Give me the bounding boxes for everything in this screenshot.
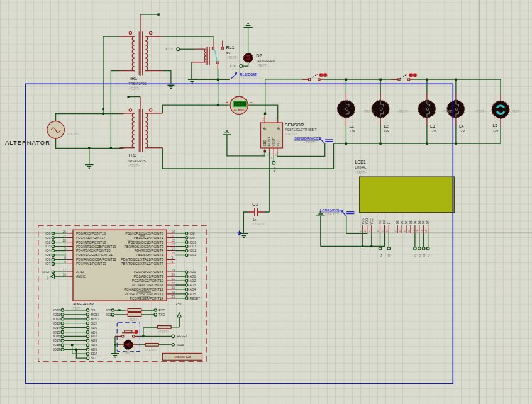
svg-text:C1: C1 xyxy=(252,201,258,207)
svg-text:IO17: IO17 xyxy=(53,339,60,342)
svg-text:IO7: IO7 xyxy=(45,262,50,266)
svg-text:D4: D4 xyxy=(414,220,417,224)
svg-text:<TEXT>: <TEXT> xyxy=(475,109,487,113)
svg-text:2: 2 xyxy=(64,247,66,250)
svg-text:RL1: RL1 xyxy=(226,45,234,50)
svg-text:D0: D0 xyxy=(396,220,399,224)
svg-text:7: 7 xyxy=(64,252,66,255)
svg-text:<TEXT>: <TEXT> xyxy=(285,132,297,136)
svg-text:10: 10 xyxy=(407,230,411,233)
svg-text:PC0/ADC0/PCINT8: PC0/ADC0/PCINT8 xyxy=(134,270,163,274)
svg-text:IO1: IO1 xyxy=(106,313,111,317)
svg-text:SS: SS xyxy=(91,308,96,312)
svg-text:20: 20 xyxy=(172,273,175,276)
svg-text:LM044L: LM044L xyxy=(355,166,367,169)
svg-text:IP-: IP- xyxy=(263,126,267,130)
svg-text:<TEXT>: <TEXT> xyxy=(128,318,140,322)
svg-text:IO9: IO9 xyxy=(190,236,195,240)
svg-text:IO13: IO13 xyxy=(166,47,173,51)
svg-text:AD2: AD2 xyxy=(190,279,196,283)
svg-text:PB6/TOSC1/XTAL1/PCINT6: PB6/TOSC1/XTAL1/PCINT6 xyxy=(121,257,163,261)
svg-text:I07: I07 xyxy=(427,253,430,257)
svg-text:PB5/SCK/PCINT5: PB5/SCK/PCINT5 xyxy=(136,253,163,257)
svg-text:AD4: AD4 xyxy=(190,288,196,291)
svg-text:AD3: AD3 xyxy=(91,339,97,342)
svg-text:−: − xyxy=(250,99,253,105)
svg-text:7: 7 xyxy=(271,157,274,159)
svg-text:12: 12 xyxy=(416,230,419,233)
svg-text:PD2/INT0/PCINT18: PD2/INT0/PCINT18 xyxy=(76,240,106,244)
svg-text:VDD: VDD xyxy=(366,218,369,225)
svg-text:PD5/T1/OC0B/PCINT21: PD5/T1/OC0B/PCINT21 xyxy=(76,253,113,257)
svg-text:13: 13 xyxy=(420,230,423,233)
svg-text:14: 14 xyxy=(172,247,175,250)
svg-text:<TEXT>: <TEXT> xyxy=(158,330,170,334)
svg-text:IO11: IO11 xyxy=(53,313,60,317)
svg-text:VEE: VEE xyxy=(370,218,374,225)
svg-text:RW: RW xyxy=(383,219,386,224)
svg-text:I03: I03 xyxy=(387,253,391,257)
svg-text:SCL: SCL xyxy=(91,356,97,360)
svg-text:12: 12 xyxy=(172,239,175,242)
svg-text:IO13: IO13 xyxy=(53,322,60,325)
svg-text:TR2: TR2 xyxy=(128,152,137,158)
svg-text:<TEXT>: <TEXT> xyxy=(67,132,79,136)
svg-text:PD3/INT1/OC2B/PCINT19: PD3/INT1/OC2B/PCINT19 xyxy=(76,245,116,249)
svg-text:E: E xyxy=(387,222,391,224)
svg-text:<TEXT>: <TEXT> xyxy=(326,212,340,216)
svg-text:3 4: 3 4 xyxy=(262,118,265,121)
svg-text:AD1: AD1 xyxy=(91,330,97,334)
svg-text:IO13: IO13 xyxy=(190,253,197,257)
svg-text:<TEXT>: <TEXT> xyxy=(303,140,317,144)
svg-text:IO12: IO12 xyxy=(53,317,60,321)
svg-text:11: 11 xyxy=(172,235,175,238)
svg-text:D5: D5 xyxy=(418,220,421,224)
svg-text:AD1: AD1 xyxy=(190,274,196,278)
svg-text:ACS712ELCTR-05B-T: ACS712ELCTR-05B-T xyxy=(285,128,316,132)
svg-text:TXD: TXD xyxy=(158,313,165,317)
svg-text:23: 23 xyxy=(172,286,175,289)
svg-text:26: 26 xyxy=(63,230,67,233)
svg-text:IO5: IO5 xyxy=(45,253,50,257)
svg-text:PD6/AIN0/OC0A/PCINT22: PD6/AIN0/OC0A/PCINT22 xyxy=(76,257,116,261)
svg-text:5: 5 xyxy=(262,154,265,155)
svg-text:I02: I02 xyxy=(379,253,382,257)
svg-text:<TEXT>: <TEXT> xyxy=(145,348,157,352)
svg-text:IO18: IO18 xyxy=(53,343,60,347)
svg-text:12V: 12V xyxy=(492,129,499,133)
svg-text:14: 14 xyxy=(424,230,428,233)
svg-text:D6: D6 xyxy=(423,220,426,224)
svg-text:AD3: AD3 xyxy=(190,283,196,287)
svg-text:PC5/ADC5/SCL/PCINT13: PC5/ADC5/SCL/PCINT13 xyxy=(125,292,163,296)
svg-text:RL1(COM): RL1(COM) xyxy=(240,72,257,76)
svg-text:PD1/TXD/PCINT17: PD1/TXD/PCINT17 xyxy=(76,236,105,240)
svg-text:<TEXT>: <TEXT> xyxy=(257,64,269,67)
svg-text:<TEXT>: <TEXT> xyxy=(226,55,238,59)
svg-text:ALTERNATOR: ALTERNATOR xyxy=(5,140,50,146)
svg-text:L3: L3 xyxy=(430,124,435,128)
svg-text:D1: D1 xyxy=(401,220,404,224)
svg-text:IO15: IO15 xyxy=(53,330,60,334)
svg-text:I05: I05 xyxy=(418,253,421,257)
svg-text:IO10: IO10 xyxy=(190,240,197,244)
svg-text:PB4/MISO/PCINT4: PB4/MISO/PCINT4 xyxy=(135,249,163,252)
svg-text:PD4/T0/XCK/PCINT20: PD4/T0/XCK/PCINT20 xyxy=(76,249,111,252)
svg-text:AD5: AD5 xyxy=(190,292,196,296)
svg-text:PC2/ADC2/PCINT10: PC2/ADC2/PCINT10 xyxy=(132,279,163,283)
svg-text:AVCC: AVCC xyxy=(76,274,86,278)
svg-text:SDA: SDA xyxy=(91,352,98,356)
svg-text:<TEXT>: <TEXT> xyxy=(355,171,367,174)
svg-text:RS: RS xyxy=(379,220,382,225)
svg-text:<TEXT>: <TEXT> xyxy=(442,109,454,113)
svg-text:1: 1 xyxy=(64,243,66,246)
svg-text:12V: 12V xyxy=(430,129,436,133)
svg-text:+5V: +5V xyxy=(47,276,49,281)
svg-text:I06: I06 xyxy=(423,253,426,257)
svg-text:D2: D2 xyxy=(256,53,262,59)
svg-text:IO13: IO13 xyxy=(177,343,184,347)
svg-text:PD0/RXD/PCINT16: PD0/RXD/PCINT16 xyxy=(76,232,106,235)
svg-text:AD5: AD5 xyxy=(91,347,97,351)
svg-text:L4: L4 xyxy=(459,124,464,128)
svg-text:10: 10 xyxy=(172,230,175,233)
svg-text:IO12: IO12 xyxy=(230,64,237,68)
